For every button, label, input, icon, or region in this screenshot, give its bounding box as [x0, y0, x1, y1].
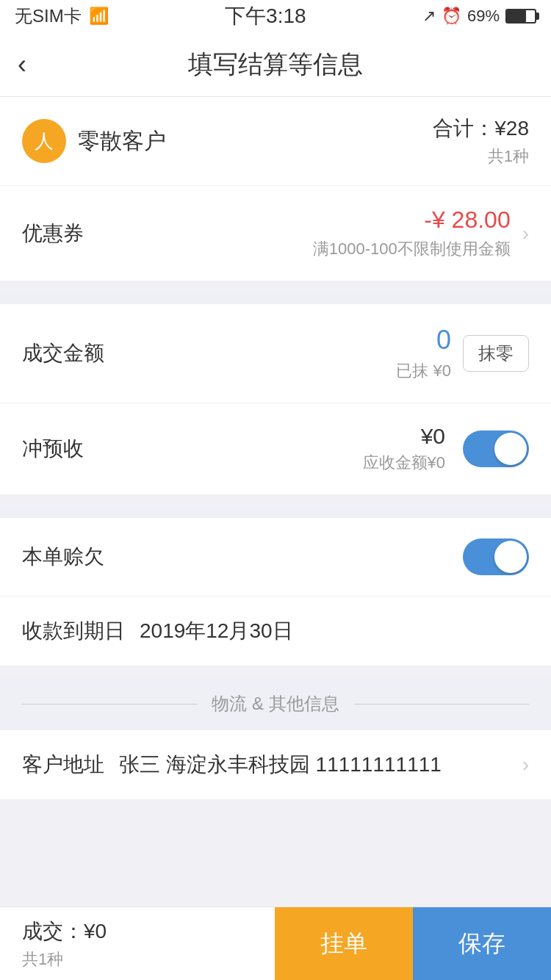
coupon-label: 优惠券 [22, 220, 84, 248]
hang-order-button[interactable]: 挂单 [275, 907, 413, 981]
debit-section: 本单赊欠 收款到期日 2019年12月30日 [0, 518, 551, 666]
precollect-toggle[interactable] [463, 430, 529, 467]
page-title: 填写结算等信息 [188, 48, 363, 82]
bottom-deal-amount: ¥0 [84, 920, 107, 943]
duedate-label: 收款到期日 [22, 617, 125, 645]
bottom-bar: 成交：¥0 共1种 挂单 保存 [0, 907, 551, 980]
precollect-values: ¥0 应收金额¥0 [363, 424, 445, 474]
precollect-row: 冲预收 ¥0 应收金额¥0 [0, 403, 551, 494]
carrier-label: 无SIM卡 [15, 4, 82, 28]
logistics-divider: 物流 & 其他信息 [0, 677, 551, 730]
coupon-value: -¥ 28.00 [313, 206, 511, 234]
status-right: ↗ ⏰ 69% [422, 7, 536, 26]
customer-count: 共1种 [433, 145, 529, 167]
nav-bar: ‹ 填写结算等信息 [0, 32, 551, 97]
wifi-icon: 📶 [89, 7, 109, 26]
toggle-knob [494, 433, 527, 465]
customer-section: 人 零散客户 合计：¥28 共1种 优惠券 -¥ 28.00 满1000-100… [0, 97, 551, 281]
bottom-deal-label: 成交：¥0 [22, 918, 253, 945]
debit-row: 本单赊欠 [0, 518, 551, 596]
location-icon: ↗ [422, 7, 436, 26]
debit-label: 本单赊欠 [22, 543, 104, 571]
alarm-icon: ⏰ [442, 7, 461, 26]
avatar: 人 [22, 119, 66, 163]
divider-1 [0, 292, 551, 304]
precollect-main-value: ¥0 [363, 424, 445, 449]
transaction-label: 成交金额 [22, 339, 104, 367]
customer-row: 人 零散客户 合计：¥28 共1种 [0, 97, 551, 185]
address-row[interactable]: 客户地址 张三 海淀永丰科技园 11111111111 › [0, 730, 551, 799]
coupon-subtitle: 满1000-100不限制使用金额 [313, 238, 511, 260]
battery-icon [505, 9, 536, 24]
avatar-icon: 人 [35, 129, 54, 154]
coupon-row[interactable]: 优惠券 -¥ 28.00 满1000-100不限制使用金额 › [0, 185, 551, 281]
debit-toggle-knob [494, 541, 527, 573]
save-button[interactable]: 保存 [413, 907, 551, 981]
status-left: 无SIM卡 📶 [15, 4, 109, 28]
logistics-label: 物流 & 其他信息 [197, 692, 353, 716]
address-chevron-icon: › [522, 753, 529, 777]
transaction-value: 0 [396, 325, 451, 356]
customer-right: 合计：¥28 共1种 [433, 115, 529, 167]
duedate-value: 2019年12月30日 [140, 617, 293, 645]
precollect-sub-value: 应收金额¥0 [363, 452, 445, 474]
battery-fill [507, 10, 526, 22]
back-button[interactable]: ‹ [18, 49, 26, 80]
customer-total: 合计：¥28 [433, 115, 529, 143]
coupon-chevron-icon: › [522, 222, 529, 245]
battery-percent: 69% [467, 7, 500, 26]
customer-left: 人 零散客户 [22, 119, 166, 163]
duedate-row: 收款到期日 2019年12月30日 [0, 596, 551, 666]
transaction-subtitle: 已抹 ¥0 [396, 360, 451, 382]
customer-name: 零散客户 [78, 126, 166, 156]
precollect-label: 冲预收 [22, 435, 84, 463]
transaction-section: 成交金额 0 已抹 ¥0 抹零 冲预收 ¥0 应收金额¥0 [0, 304, 551, 494]
spacer [0, 811, 551, 899]
bottom-count: 共1种 [22, 948, 253, 970]
address-value: 张三 海淀永丰科技园 11111111111 [119, 751, 519, 779]
precollect-right: ¥0 应收金额¥0 [363, 424, 529, 474]
bottom-deal-text: 成交： [22, 920, 84, 943]
divider-2 [0, 506, 551, 518]
address-section: 客户地址 张三 海淀永丰科技园 11111111111 › [0, 730, 551, 799]
status-time: 下午3:18 [225, 2, 306, 30]
round-zero-button[interactable]: 抹零 [463, 335, 529, 372]
bottom-info: 成交：¥0 共1种 [0, 918, 275, 970]
address-label: 客户地址 [22, 751, 104, 779]
debit-toggle[interactable] [463, 538, 529, 575]
status-bar: 无SIM卡 📶 下午3:18 ↗ ⏰ 69% [0, 0, 551, 32]
coupon-right: -¥ 28.00 满1000-100不限制使用金额 › [313, 206, 529, 260]
transaction-amount-row: 成交金额 0 已抹 ¥0 抹零 [0, 304, 551, 403]
